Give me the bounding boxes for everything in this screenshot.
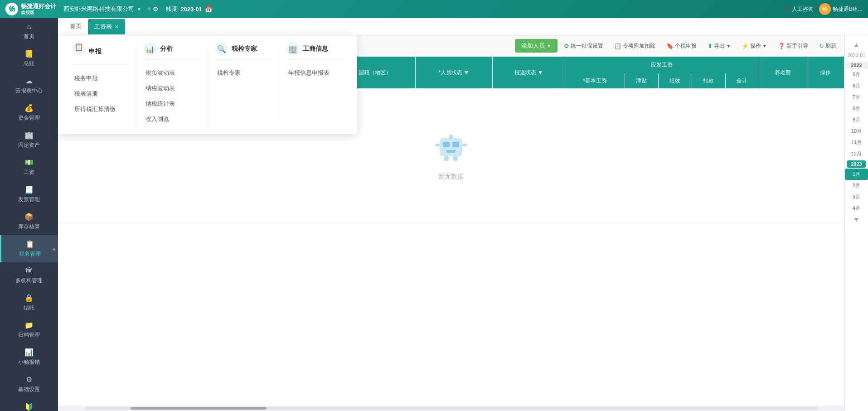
svg-rect-4 — [449, 135, 453, 139]
tax-return-label: 个税申报 — [675, 42, 697, 50]
sidebar-label-payroll: 工资 — [24, 169, 34, 176]
sidebar-item-expense[interactable]: 📊 小畅报销 — [0, 343, 58, 371]
service-label: 人工咨询 — [792, 5, 814, 13]
sidebar-item-invoice[interactable]: 🧾 发票管理 — [0, 181, 58, 208]
sidebar-item-multi[interactable]: 🏛 多机构管理 — [0, 262, 58, 289]
timeline-month-8[interactable]: 8月 — [845, 103, 868, 114]
tab-payroll[interactable]: 工资表 ✕ — [88, 19, 125, 34]
declare-col-icon: 📋 — [74, 43, 83, 51]
sidebar-item-fixed[interactable]: 🏢 固定资产 — [0, 126, 58, 154]
company-selector[interactable]: 西安虾米网络科技有限公司 ▼ — [63, 5, 141, 13]
sidebar-item-inventory[interactable]: 📦 库存核算 — [0, 208, 58, 235]
timeline-month-2023-4[interactable]: 4月 — [845, 203, 868, 214]
dropdown-item-income-settle[interactable]: 所得税汇算清缴 — [73, 102, 129, 117]
svg-rect-3 — [446, 150, 456, 153]
timeline-month-2023-3[interactable]: 3月 — [845, 191, 868, 203]
tax-return-btn[interactable]: 🔖 个税申报 — [664, 40, 699, 52]
timeline-month-5[interactable]: 5月 — [845, 69, 868, 80]
tab-close-icon[interactable]: ✕ — [115, 24, 119, 30]
timeline-month-9[interactable]: 9月 — [845, 114, 868, 126]
th-status[interactable]: *人员状态 ▼ — [415, 57, 492, 88]
timeline-month-2023-2[interactable]: 2月 — [845, 180, 868, 191]
sidebar-label-cloud: 云报表中心 — [15, 87, 43, 95]
svg-rect-6 — [462, 144, 467, 146]
timeline-month-10[interactable]: 10月 — [845, 126, 868, 137]
timeline-month-11[interactable]: 11月 — [845, 137, 868, 148]
cloud-icon: ☁ — [25, 77, 33, 85]
timeline-month-12[interactable]: 12月 — [845, 148, 868, 160]
operation-btn[interactable]: ⚡ 操作 ▼ — [739, 40, 770, 52]
sidebar-item-payroll[interactable]: 💵 工资 — [0, 154, 58, 181]
guide-btn[interactable]: ❓ 新手引导 — [775, 40, 811, 52]
sidebar-item-capital[interactable]: 💰 资金管理 — [0, 99, 58, 126]
dropdown-item-expert[interactable]: 税检专家 — [215, 65, 272, 81]
svg-rect-8 — [453, 156, 458, 161]
analysis-col-icon: 📊 — [145, 45, 155, 53]
timeline-month-6[interactable]: 6月 — [845, 80, 868, 92]
dropdown-item-tax-payment[interactable]: 纳税波动表 — [144, 81, 200, 96]
operation-arrow-icon: ▼ — [762, 44, 767, 48]
payroll-icon: 💵 — [24, 158, 34, 167]
tax-expert-col-icon: 🔍 — [217, 45, 226, 53]
sidebar-item-archive[interactable]: 📁 归档管理 — [0, 316, 58, 343]
sidebar-item-home[interactable]: ⌂ 首页 — [0, 18, 58, 45]
scrollbar-thumb[interactable] — [131, 407, 267, 410]
scrollbar-track[interactable] — [85, 407, 817, 410]
guide-action-icon: ❓ — [778, 43, 785, 49]
service-link[interactable]: 🎧 人工咨询 — [783, 5, 814, 13]
sidebar-item-settings[interactable]: ⚙ 基础设置 — [0, 371, 58, 398]
dropdown-item-annual-report[interactable]: 年报信息申报表 — [286, 65, 343, 81]
export-label: 导出 — [714, 42, 725, 50]
sidebar-item-cloud[interactable]: ☁ 云报表中心 — [0, 72, 58, 99]
export-arrow-icon: ▼ — [726, 44, 731, 48]
guide-label: 新手引导 — [786, 42, 808, 50]
robot-icon — [433, 129, 469, 165]
timeline-nav-down[interactable]: ▼ — [853, 214, 860, 226]
period-selector[interactable]: 账期 2023-01 📅 — [166, 5, 212, 13]
dropdown-menu[interactable]: 📋 申报 税务申报 税表清册 所得税汇算清缴 📊 分析 税负波动表 纳税波动表 — [58, 35, 357, 134]
company-settings-icon[interactable]: ⚙ — [153, 5, 159, 13]
timeline-year-2022: 2022 — [845, 62, 868, 69]
dropdown-col-analysis: 📊 分析 税负波动表 纳税波动表 纳税统计表 收入浏览 — [136, 43, 208, 127]
dropdown-item-tax-stats[interactable]: 纳税统计表 — [144, 96, 200, 111]
th-submit-status[interactable]: 报送状态 ▼ — [492, 57, 565, 88]
multi-icon: 🏛 — [25, 267, 33, 275]
export-btn[interactable]: ⬆ 导出 ▼ — [705, 40, 733, 52]
guide-icon: 🔰 — [24, 402, 34, 411]
declare-header-label: 申报 — [89, 48, 102, 56]
timeline-month-2023-1[interactable]: 1月 — [845, 169, 868, 180]
sidebar-item-close[interactable]: 🔒 结账 — [0, 289, 58, 316]
dropdown-header-business: 🏢 工商信息 — [286, 43, 343, 60]
add-company-icon[interactable]: + — [147, 5, 151, 13]
dropdown-col-business: 🏢 工商信息 年报信息申报表 — [279, 43, 350, 127]
export-icon: ⬆ — [708, 43, 713, 49]
tab-home-label: 首页 — [70, 22, 82, 30]
timeline-month-7[interactable]: 7月 — [845, 92, 868, 103]
app-version: 旗舰版 — [21, 10, 56, 15]
avatar: 畅 — [819, 3, 831, 15]
sidebar-item-tax[interactable]: 📋 税务管理 ◀ — [0, 235, 58, 262]
sidebar-item-guide[interactable]: 🔰 新手引导 — [0, 398, 58, 411]
refresh-btn[interactable]: ↻ 刷新 — [816, 40, 839, 52]
timeline: ▲ 2023.01 2022 5月 6月 7月 8月 9月 10月 11月 12… — [844, 35, 868, 411]
social-insurance-btn[interactable]: ⚙ 统一社保设置 — [561, 40, 606, 52]
dropdown-item-tax-clear[interactable]: 税表清册 — [73, 86, 129, 102]
th-base-wage: *基本工资 — [565, 73, 625, 88]
dropdown-item-tax-fluctuation[interactable]: 税负波动表 — [144, 65, 200, 81]
th-total: 合计 — [725, 73, 759, 88]
sidebar-label-multi: 多机构管理 — [15, 277, 43, 285]
tab-home[interactable]: 首页 — [63, 19, 88, 35]
sidebar-item-ledger[interactable]: 📒 总账 — [0, 45, 58, 72]
social-insurance-label: 统一社保设置 — [571, 42, 603, 50]
inventory-icon: 📦 — [24, 213, 34, 221]
timeline-nav-up[interactable]: ▲ — [853, 39, 860, 51]
user-menu[interactable]: 畅 畅捷通B组... — [819, 3, 863, 15]
add-person-button[interactable]: 添加人员 ▼ — [515, 39, 558, 53]
special-deduction-btn[interactable]: 📋 专项附加扣除 — [611, 40, 658, 52]
dropdown-item-tax-declare[interactable]: 税务申报 — [73, 71, 129, 86]
calendar-icon: 📅 — [205, 6, 212, 13]
th-social: 养老费 — [759, 57, 807, 88]
empty-state-text: 暂无数据 — [438, 173, 464, 181]
dropdown-item-income-browse[interactable]: 收入浏览 — [144, 111, 200, 127]
special-deduction-icon: 📋 — [614, 43, 621, 49]
